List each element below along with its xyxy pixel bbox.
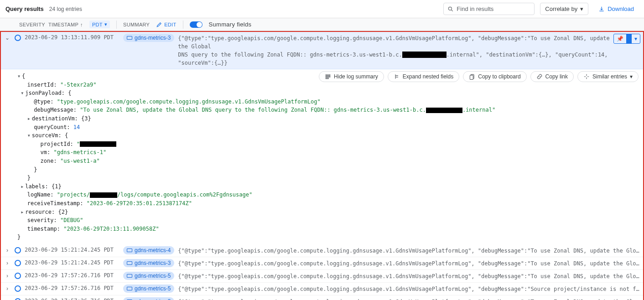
log-detail-pane: Hide log summary Expand nested fields Co… xyxy=(1,69,643,244)
timestamp-cell: 2023-06-29 15:21:24.245 PDT xyxy=(25,259,111,266)
chevron-down-icon: ▾ xyxy=(630,73,633,80)
severity-debug-icon xyxy=(15,247,21,253)
vm-icon xyxy=(127,248,132,252)
col-timestamp[interactable]: TIMESTAMP ↑ xyxy=(48,22,83,27)
summary-cell: {"@type":"type.googleapis.com/google.com… xyxy=(178,284,640,293)
log-row[interactable]: ›2023-06-29 17:57:26.716 PDTgdns-metrics… xyxy=(1,283,643,295)
chevron-down-icon: ▾ xyxy=(632,36,640,42)
timestamp-cell: 2023-06-29 13:13:11.909 PDT xyxy=(25,34,111,41)
results-count: 24 log entries xyxy=(49,6,82,12)
severity-debug-icon xyxy=(15,260,21,266)
log-row-expanded[interactable]: ⌄ 2023-06-29 13:13:11.909 PDT gdns-metri… xyxy=(1,32,643,69)
col-summary: SUMMARY xyxy=(123,22,150,27)
svg-rect-6 xyxy=(470,75,473,79)
log-row[interactable]: ›2023-06-29 15:21:24.245 PDTgdns-metrics… xyxy=(1,257,643,270)
timestamp-cell: 2023-06-29 17:57:26.716 PDT xyxy=(25,284,111,291)
log-entries-panel: ⌄ 2023-06-29 13:13:11.909 PDT gdns-metri… xyxy=(0,31,644,300)
redacted-text xyxy=(80,141,116,147)
chevron-down-icon: ▾ xyxy=(580,5,583,12)
log-row[interactable]: ›2023-06-29 15:21:24.245 PDTgdns-metrics… xyxy=(1,244,643,257)
detail-toolbar: Hide log summary Expand nested fields Co… xyxy=(319,71,639,82)
resource-chip[interactable]: gdns-metrics-3 xyxy=(123,259,174,267)
summary-cell: {"@type":"type.googleapis.com/google.com… xyxy=(178,272,640,280)
copy-link-button[interactable]: Copy link xyxy=(530,71,574,82)
hide-log-summary-button[interactable]: Hide log summary xyxy=(319,71,384,82)
redacted-text xyxy=(426,108,462,113)
sort-asc-icon: ↑ xyxy=(80,22,83,27)
redacted-text: xxxx xyxy=(402,52,447,58)
results-toolbar: Query results 24 log entries Find in res… xyxy=(0,0,644,18)
results-title: Query results xyxy=(5,5,44,12)
timestamp-cell: 2023-06-29 17:57:26.716 PDT xyxy=(25,272,111,279)
summary-fields-toggle[interactable] xyxy=(190,21,203,28)
search-icon xyxy=(447,6,454,12)
log-row[interactable]: ›2023-06-29 17:57:26.716 PDTgdns-metrics… xyxy=(1,295,643,300)
redacted-text xyxy=(90,192,117,198)
column-header-row: SEVERITY TIMESTAMP ↑ PDT ▾ SUMMARY EDIT … xyxy=(0,18,644,31)
severity-debug-icon xyxy=(15,35,21,41)
find-in-results-input[interactable]: Find in results xyxy=(443,3,535,15)
vm-icon xyxy=(127,287,132,290)
copy-to-clipboard-button[interactable]: Copy to clipboard xyxy=(463,71,526,82)
resource-chip[interactable]: gdns-metrics-3 xyxy=(123,34,174,42)
expand-icon[interactable]: › xyxy=(4,246,11,253)
summary-fields-label: Summary fields xyxy=(209,21,252,28)
summary-icon xyxy=(325,73,331,80)
json-tree: ▾{ insertId: "-5texr2a9" ▾jsonPayload: {… xyxy=(17,72,638,242)
edit-summary-button[interactable]: EDIT xyxy=(156,21,176,28)
expand-icon[interactable]: › xyxy=(4,297,11,300)
summary-cell: {"@type":"type.googleapis.com/google.com… xyxy=(178,297,640,300)
timezone-selector[interactable]: PDT ▾ xyxy=(89,21,110,28)
chevron-down-icon: ▾ xyxy=(104,21,107,27)
expand-icon[interactable]: › xyxy=(4,284,11,292)
pin-entry-button[interactable]: 📌 ▾ xyxy=(613,34,640,44)
pin-icon: 📌 xyxy=(614,36,626,42)
resource-chip[interactable]: gdns-metrics-3 xyxy=(123,297,174,300)
timestamp-cell: 2023-06-29 15:21:24.245 PDT xyxy=(25,246,111,253)
expand-icon[interactable]: › xyxy=(4,259,11,266)
summary-cell: {"@type":"type.googleapis.com/google.com… xyxy=(178,34,610,67)
link-icon xyxy=(536,73,543,80)
resource-chip[interactable]: gdns-metrics-5 xyxy=(123,284,174,293)
expand-icon[interactable]: › xyxy=(4,272,11,279)
vm-icon xyxy=(127,261,132,265)
search-placeholder: Find in results xyxy=(457,5,493,12)
timestamp-cell: 2023-06-29 17:57:26.716 PDT xyxy=(25,297,111,300)
download-icon xyxy=(598,6,605,12)
expand-nested-fields-button[interactable]: Expand nested fields xyxy=(388,71,459,82)
clipboard-icon xyxy=(469,73,475,80)
severity-debug-icon xyxy=(15,273,21,279)
col-severity: SEVERITY xyxy=(19,22,42,27)
vm-icon xyxy=(127,36,132,40)
expand-icon xyxy=(394,73,400,80)
severity-debug-icon xyxy=(15,298,21,300)
correlate-by-button[interactable]: Correlate by ▾ xyxy=(540,3,588,15)
collapse-icon[interactable]: ⌄ xyxy=(4,34,11,41)
resource-chip[interactable]: gdns-metrics-4 xyxy=(123,246,174,254)
svg-line-1 xyxy=(452,10,453,11)
summary-cell: {"@type":"type.googleapis.com/google.com… xyxy=(178,246,640,255)
log-row[interactable]: ›2023-06-29 17:57:26.716 PDTgdns-metrics… xyxy=(1,270,643,283)
resource-chip[interactable]: gdns-metrics-5 xyxy=(123,272,174,280)
svg-rect-3 xyxy=(326,76,330,77)
pencil-icon xyxy=(156,21,162,28)
svg-point-0 xyxy=(449,7,452,10)
summary-cell: {"@type":"type.googleapis.com/google.com… xyxy=(178,259,640,268)
download-button[interactable]: Download xyxy=(594,3,639,15)
svg-rect-4 xyxy=(326,78,328,79)
vm-icon xyxy=(127,274,132,278)
sparkle-icon xyxy=(583,73,590,80)
svg-rect-2 xyxy=(326,75,330,76)
severity-debug-icon xyxy=(15,285,21,292)
similar-entries-button[interactable]: Similar entries ▾ xyxy=(577,71,639,82)
